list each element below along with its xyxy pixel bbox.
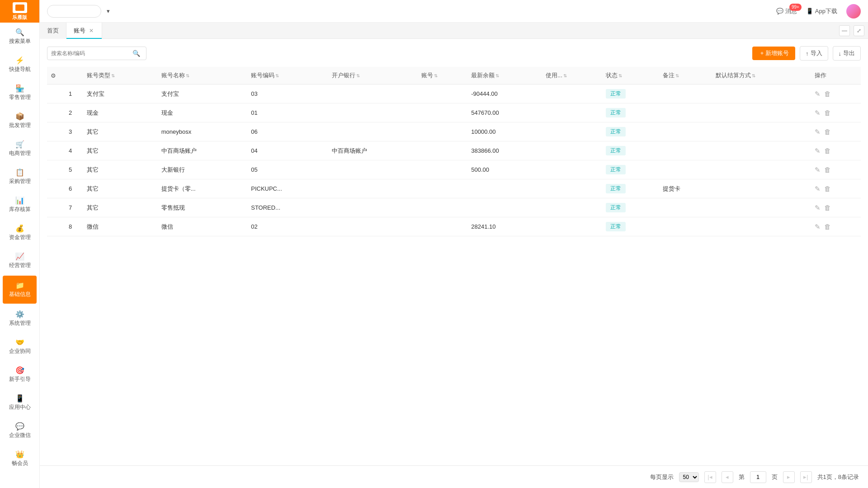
edit-button-4[interactable]: ✎ [815, 166, 821, 174]
sidebar-item-search-menu[interactable]: 🔍 搜索菜单 [0, 23, 39, 51]
th-type[interactable]: 账号类型 ⇅ [83, 67, 158, 84]
row-num-2: 3 [65, 122, 83, 141]
sidebar-item-quick-nav[interactable]: ⚡ 快捷导航 [0, 51, 39, 79]
search-box[interactable]: 🔍 [47, 47, 146, 60]
delete-button-7[interactable]: 🗑 [824, 223, 831, 231]
user-avatar[interactable] [846, 4, 861, 19]
tab-bar: 首页 账号 ✕ — ⤢ [40, 23, 868, 39]
sidebar-item-basic-info[interactable]: 📁 基础信息 [3, 276, 37, 304]
row-account-2 [418, 122, 467, 141]
edit-button-2[interactable]: ✎ [815, 128, 821, 136]
th-account[interactable]: 账号 ⇅ [418, 67, 467, 84]
th-settings[interactable]: ⚙ [47, 67, 65, 84]
sidebar-item-new-guide[interactable]: 🎯 新手引导 [0, 361, 39, 389]
th-remark[interactable]: 备注 ⇅ [659, 67, 712, 84]
edit-button-3[interactable]: ✎ [815, 147, 821, 155]
edit-button-5[interactable]: ✎ [815, 185, 821, 193]
sidebar-item-finance-mgmt[interactable]: 💰 资金管理 [0, 219, 39, 247]
export-icon: ↓ [839, 50, 842, 57]
delete-button-4[interactable]: 🗑 [824, 166, 831, 174]
sidebar-item-app-center[interactable]: 📱 应用中心 [0, 389, 39, 417]
sidebar-item-operations-mgmt[interactable]: 📈 经营管理 [0, 247, 39, 275]
topbar-dropdown[interactable]: ▾ [107, 8, 110, 14]
row-action-4: ✎ 🗑 [811, 160, 861, 179]
delete-button-0[interactable]: 🗑 [824, 90, 831, 98]
topbar-search-input[interactable] [47, 5, 101, 18]
sidebar-item-wholesale-mgmt[interactable]: 📦 批发管理 [0, 107, 39, 135]
row-remark-2 [659, 122, 712, 141]
edit-button-0[interactable]: ✎ [815, 90, 821, 98]
per-page-select[interactable]: 50 [679, 472, 699, 482]
th-num [65, 67, 83, 84]
tab-account[interactable]: 账号 ✕ [66, 23, 102, 39]
th-action: 操作 [811, 67, 861, 84]
search-menu-icon: 🔍 [0, 28, 39, 37]
th-default-settle[interactable]: 默认结算方式 ⇅ [712, 67, 811, 84]
prev-page-button[interactable]: ◂ [722, 471, 733, 483]
sidebar-item-ecommerce-mgmt[interactable]: 🛒 电商管理 [0, 135, 39, 163]
tab-minimize-button[interactable]: — [839, 25, 850, 36]
tab-expand-button[interactable]: ⤢ [854, 25, 864, 36]
row-account-5 [418, 179, 467, 198]
topbar-right: 💬 消息 99+ 📱 App下载 [776, 4, 861, 19]
table-row: 7 其它 零售抵现 STORED... 正常 ✎ 🗑 [47, 198, 861, 217]
edit-button-7[interactable]: ✎ [815, 223, 821, 231]
row-action-6: ✎ 🗑 [811, 198, 861, 217]
th-name[interactable]: 账号名称 ⇅ [158, 67, 248, 84]
search-input[interactable] [51, 50, 132, 56]
row-account-3 [418, 141, 467, 160]
row-status-2: 正常 [602, 122, 660, 141]
row-default-settle-3 [712, 141, 811, 160]
sidebar: 乐雁版 🔍 搜索菜单⚡ 快捷导航🏪 零售管理📦 批发管理🛒 电商管理📋 采购管理… [0, 0, 40, 488]
row-remark-7 [659, 217, 712, 236]
row-settings-3 [47, 141, 65, 160]
first-page-button[interactable]: |◂ [704, 471, 716, 483]
edit-button-1[interactable]: ✎ [815, 109, 821, 117]
app-download-label: App下载 [815, 7, 837, 15]
sidebar-item-label: 应用中心 [0, 404, 39, 411]
th-bank[interactable]: 开户银行 ⇅ [328, 67, 418, 84]
sort-settle-icon: ⇅ [752, 73, 755, 78]
message-button[interactable]: 💬 消息 99+ [776, 7, 797, 15]
current-page-input[interactable] [750, 471, 766, 483]
row-type-6: 其它 [83, 198, 158, 217]
tab-home[interactable]: 首页 [40, 23, 66, 39]
tab-account-close[interactable]: ✕ [88, 28, 94, 34]
sidebar-item-retail-mgmt[interactable]: 🏪 零售管理 [0, 79, 39, 107]
sidebar-item-sys-mgmt[interactable]: ⚙️ 系统管理 [0, 305, 39, 333]
th-code[interactable]: 账号编码 ⇅ [247, 67, 328, 84]
import-button[interactable]: ↑ 导入 [800, 46, 828, 61]
th-usage[interactable]: 使用... ⇅ [542, 67, 602, 84]
edit-button-6[interactable]: ✎ [815, 204, 821, 212]
status-badge-7: 正常 [606, 222, 626, 231]
sidebar-item-enterprise-wechat[interactable]: 💬 企业微信 [0, 417, 39, 445]
last-page-button[interactable]: ▸| [800, 471, 812, 483]
delete-button-6[interactable]: 🗑 [824, 204, 831, 212]
row-name-2: moneybosx [158, 122, 248, 141]
delete-button-5[interactable]: 🗑 [824, 185, 831, 193]
th-status[interactable]: 状态 ⇅ [602, 67, 660, 84]
sidebar-item-label: 新手引导 [0, 375, 39, 383]
sort-usage-icon: ⇅ [563, 73, 567, 78]
sidebar-item-membership[interactable]: 👑 畅会员 [0, 445, 39, 473]
delete-button-2[interactable]: 🗑 [824, 128, 831, 136]
delete-button-1[interactable]: 🗑 [824, 109, 831, 117]
row-type-7: 微信 [83, 217, 158, 236]
row-default-settle-4 [712, 160, 811, 179]
row-num-3: 4 [65, 141, 83, 160]
sidebar-item-inventory-check[interactable]: 📊 库存核算 [0, 191, 39, 219]
pagination-summary: 共1页，8条记录 [817, 473, 859, 481]
next-page-button[interactable]: ▸ [783, 471, 795, 483]
app-download-button[interactable]: 📱 App下载 [806, 7, 837, 15]
row-bank-5 [328, 179, 418, 198]
sidebar-item-enterprise-agreement[interactable]: 🤝 企业协同 [0, 333, 39, 361]
sidebar-item-purchase-mgmt[interactable]: 📋 采购管理 [0, 163, 39, 191]
add-account-button[interactable]: + 新增账号 [752, 47, 795, 60]
th-balance[interactable]: 最新余额 ⇅ [467, 67, 542, 84]
row-type-0: 支付宝 [83, 84, 158, 103]
export-button[interactable]: ↓ 导出 [833, 46, 861, 61]
row-settings-7 [47, 217, 65, 236]
delete-button-3[interactable]: 🗑 [824, 147, 831, 155]
message-badge: 99+ [789, 4, 802, 11]
search-icon[interactable]: 🔍 [132, 50, 140, 57]
